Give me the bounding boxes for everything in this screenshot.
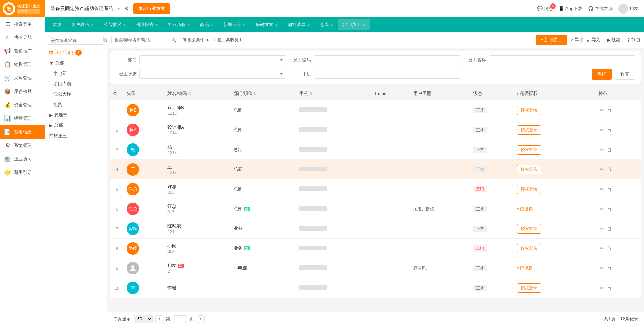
delete-button[interactable]: 🗑 [607,285,612,291]
sort-dept-icon[interactable]: ⇅ [254,91,257,96]
edit-button[interactable]: ✏ [600,206,604,212]
sidebar-item-operations[interactable]: 📊 经营管理 [0,112,45,125]
edit-button[interactable]: ✏ [600,167,604,172]
delete-button[interactable]: 🗑 [607,167,612,172]
tab-bom[interactable]: 物料清单✕ [283,19,315,30]
auth-button[interactable]: 授权登录 [517,224,541,234]
tab-customer[interactable]: 客户联络✕ [66,19,99,30]
trial-button[interactable]: 体验行业方案 [133,3,170,14]
close-icon[interactable]: ✕ [91,23,94,27]
show-resign-checkbox[interactable]: ☑ 显示离职员工 [212,37,243,43]
settings-icon[interactable]: ⚙ [124,5,129,12]
auth-button[interactable]: 授权登录 [517,145,541,155]
close-icon[interactable]: ✕ [330,23,333,27]
tab-journey[interactable]: 经营历程✕ [163,19,195,30]
tab-profit[interactable]: 利润报告✕ [131,19,163,30]
sort-phone-icon[interactable]: ⇅ [309,91,312,96]
tab-new-product[interactable]: 新增商品✕ [218,19,251,30]
delete-button[interactable]: 🗑 [607,206,612,212]
dept-search-input[interactable] [51,38,103,43]
close-icon[interactable]: ✕ [243,23,246,27]
toolbar-search-box[interactable]: 🔍 [111,36,180,44]
topbar-dropdown-icon[interactable]: ▾ [118,6,120,11]
filter-dept-select[interactable] [139,55,286,64]
auth-button[interactable]: 授权登录 [517,125,541,135]
sidebar-item-finance[interactable]: 💰 资金管理 [0,98,45,112]
next-page-button[interactable]: › [197,315,205,323]
dept-item-peihuo[interactable]: 配货 [45,99,107,110]
auth-button[interactable]: 授权登录 [517,106,541,115]
sidebar-item-marketing[interactable]: 📢 营销推广 [0,44,45,58]
user-menu[interactable]: 用友 [618,4,638,14]
sidebar-item-system[interactable]: ⚙ 系统管理 [0,139,45,152]
add-employee-button[interactable]: + 新增员工 [536,35,567,45]
app-download-button[interactable]: 📱 App下载 [559,6,582,12]
edit-button[interactable]: ✏ [600,186,604,192]
message-button[interactable]: 💬 消息 5 [537,6,553,12]
delete-button[interactable]: 🗑 [607,127,612,133]
sidebar-item-guide[interactable]: 🌟 新手引导 [0,166,45,179]
close-icon[interactable]: ✕ [362,23,365,27]
dept-group-title-shuanglu[interactable]: ▶ 双鹿想 [45,110,107,120]
tab-business[interactable]: 经营情况✕ [99,19,131,30]
auth-button[interactable]: 授权登录 [517,185,541,194]
tab-product[interactable]: 商品✕ [195,19,218,30]
auth-button[interactable]: 授权登录 [517,244,541,253]
tab-home[interactable]: 首页 [48,19,66,30]
dept-search-box[interactable]: 🔍 [48,36,104,45]
filter-emp-code-input[interactable] [314,55,461,64]
sidebar-item-shortcut[interactable]: ⌂ 快捷导航 [0,31,45,44]
tab-warehouse[interactable]: 仓库✕ [315,19,338,30]
close-icon[interactable]: ✕ [307,23,310,27]
dept-group-title-head[interactable]: ▼ 总部 [45,58,107,68]
close-icon[interactable]: ✕ [187,23,190,27]
dept-item-shenyang[interactable]: 沈阳大库 [45,89,107,99]
edit-button[interactable]: ✏ [600,285,604,291]
sidebar-item-sales[interactable]: 📋 销售管理 [0,58,45,71]
more-filter-button[interactable]: ⊞ 更多条件 ▲ [183,37,210,43]
auth-button[interactable]: 授权登录 [517,165,541,174]
search-input[interactable] [115,37,170,42]
sidebar-item-purchase[interactable]: 🛒 采购管理 [0,71,45,85]
delete-button[interactable]: 🗑 [607,107,612,113]
dept-item-xiangmu[interactable]: 项目库房 [45,79,107,89]
auth-button[interactable]: 授权登录 [517,283,541,293]
tab-employees[interactable]: 部门员工✕ [338,19,370,30]
delete-button[interactable]: 🗑 [607,246,612,251]
edit-button[interactable]: ✏ [600,107,604,113]
tab-barcode[interactable]: 条码方案✕ [251,19,283,30]
all-dept-header[interactable]: ⊞ 全部部门 6 « [45,47,107,58]
view-button[interactable]: ▶ 视频 [607,37,620,43]
sort-name-icon[interactable]: ⇅ [188,91,191,96]
sidebar-item-inventory[interactable]: 📦 库存核算 [0,85,45,98]
edit-button[interactable]: ✏ [600,226,604,231]
reset-button[interactable]: 设置 [615,69,635,80]
filter-emp-name-input[interactable] [489,55,635,64]
edit-button[interactable]: ✏ [600,246,604,251]
delete-button[interactable]: 🗑 [607,186,612,192]
dept-group-title-chushu[interactable]: 插树王三 [45,131,107,141]
settings-col-icon[interactable]: ⚙ [113,91,117,96]
close-icon[interactable]: ✕ [210,23,214,27]
page-number-input[interactable] [173,315,187,323]
help-button[interactable]: ? 帮助 [627,37,640,43]
export-button[interactable]: ↗ 导出 [570,37,584,43]
delete-button[interactable]: 🗑 [607,147,612,152]
delete-button[interactable]: 🗑 [607,265,612,271]
service-button[interactable]: 🎧 在线客服 [588,6,613,12]
edit-button[interactable]: ✏ [600,265,604,271]
dept-item-xiaodibu[interactable]: 小电部 [45,68,107,79]
filter-phone-input[interactable] [314,70,461,79]
import-button[interactable]: ↙ 导入 [587,37,600,43]
query-button[interactable]: 查询 [592,69,612,80]
sidebar-item-company[interactable]: 🏢 企业协同 [0,152,45,166]
filter-emp-status-select[interactable] [139,70,286,79]
sidebar-item-search[interactable]: ☰ 搜索菜单 [0,17,45,31]
close-icon[interactable]: ✕ [275,23,278,27]
dept-collapse-icon[interactable]: « [100,50,103,55]
sidebar-item-basic[interactable]: 📝 基础信息 [0,125,45,139]
page-size-select[interactable]: 50 100 [134,315,153,323]
dept-group-title-zongbu[interactable]: ▶ 总部 [45,120,107,131]
prev-page-button[interactable]: ‹ [155,315,163,323]
edit-button[interactable]: ✏ [600,127,604,133]
